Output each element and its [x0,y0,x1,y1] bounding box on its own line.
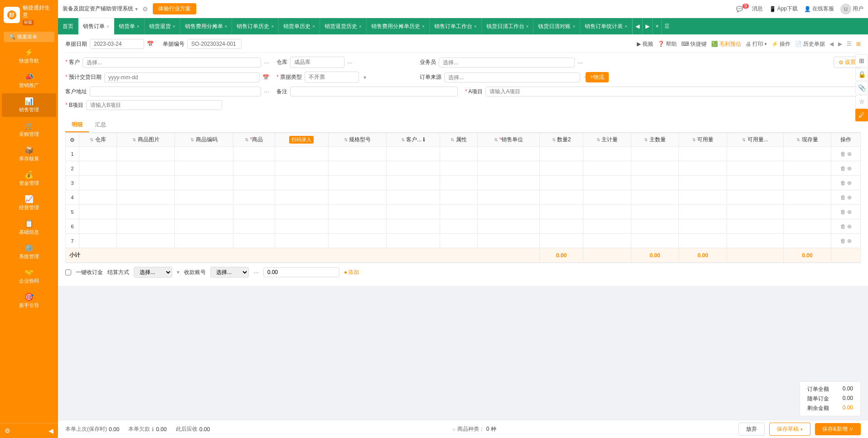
operate-btn[interactable]: ⚡ 操作 [771,40,790,48]
cell-avail-4[interactable] [679,190,727,205]
cell-attr-2[interactable] [440,161,477,176]
cell-stock-1[interactable] [783,147,831,161]
cell-cust-code-5[interactable] [387,205,440,219]
cell-avail2-1[interactable] [727,147,784,161]
tab-sales-fee-split[interactable]: 销售费用分摊单 × [180,18,233,34]
date-input[interactable]: 2023-03-24 [90,39,144,49]
tab-home[interactable]: 首页 [58,18,78,34]
industry-solution-button[interactable]: 体验行业方案 [153,3,196,14]
cell-avail-1[interactable] [679,147,727,161]
cell-product-3[interactable] [233,176,275,190]
cell-stock-5[interactable] [783,205,831,219]
cell-unit-1[interactable] [478,147,540,161]
sidebar-item-system[interactable]: ⚙️ 系统管理 [2,240,56,264]
tab-sales-order-history[interactable]: 销售订单历史 × [232,18,279,34]
staff-more-icon[interactable]: ··· [577,59,583,66]
cell-attr-3[interactable] [440,176,477,190]
invoice-dropdown-icon[interactable]: ▾ [364,74,366,81]
cell-spec-6[interactable] [328,219,386,234]
cell-warehouse-1[interactable] [79,147,117,161]
cell-avail-5[interactable] [679,205,727,219]
cell-qty2-3[interactable] [540,176,583,190]
preview-btn[interactable]: ▶ 视频 [637,40,653,48]
cell-attr-4[interactable] [440,190,477,205]
cell-unit-3[interactable] [478,176,540,190]
cell-product-4[interactable] [233,190,275,205]
cell-unit-5[interactable] [478,205,540,219]
col-settings[interactable]: ⚙ [66,133,79,147]
cell-attr-1[interactable] [440,147,477,161]
copy-icon-5[interactable]: ⊕ [847,209,852,215]
cell-unit-2[interactable] [478,161,540,176]
tab-sales-return-close[interactable]: × [173,24,175,29]
cell-spec-4[interactable] [328,190,386,205]
cell-warehouse-7[interactable] [79,234,117,248]
tab-sales-slip-close[interactable]: × [137,24,140,29]
cell-warehouse-4[interactable] [79,190,117,205]
tab-history-close[interactable]: × [271,24,274,29]
warehouse-more-icon[interactable]: ··· [347,59,353,66]
cell-product-7[interactable] [233,234,275,248]
cell-main-unit-7[interactable] [583,234,631,248]
cell-cust-code-2[interactable] [387,161,440,176]
order-source-input[interactable] [444,72,580,82]
cell-scan-5[interactable] [275,205,328,219]
cell-cust-code-1[interactable] [387,147,440,161]
cell-code-4[interactable] [175,190,233,205]
delete-icon-7[interactable]: 🗑 [840,238,846,244]
sidebar-item-marketing[interactable]: 📣 营销推广 [2,69,56,92]
cell-avail2-6[interactable] [727,219,784,234]
cell-scan-3[interactable] [275,176,328,190]
tab-sales-order[interactable]: 销售订单 × [78,18,114,34]
cell-stock-3[interactable] [783,176,831,190]
save-draft-button[interactable]: 保存草稿 ▾ [769,423,810,436]
cell-avail2-7[interactable] [727,234,784,248]
tab-slip-history-close[interactable]: × [312,24,315,29]
user-item[interactable]: U 用户 [840,4,863,14]
delete-icon-4[interactable]: 🗑 [840,194,846,201]
right-icon-4[interactable]: ☆ [855,95,868,108]
warehouse-input[interactable]: 成品库 [290,57,344,68]
delete-icon-2[interactable]: 🗑 [840,165,846,172]
right-icon-2[interactable]: 🔒 [855,68,868,81]
copy-icon-3[interactable]: ⊕ [847,180,852,186]
copy-icon-6[interactable]: ⊕ [847,223,852,230]
cell-code-3[interactable] [175,176,233,190]
cell-warehouse-2[interactable] [79,161,117,176]
delivery-calendar-icon[interactable]: 📅 [262,74,269,81]
tab-return-history-close[interactable]: × [359,24,362,29]
cell-scan-6[interactable] [275,219,328,234]
list-view-icon[interactable]: ☰ [847,41,852,47]
cell-unit-4[interactable] [478,190,540,205]
tab-sales-report[interactable]: 销售订单统计表 × [580,18,632,34]
customer-more-icon[interactable]: ··· [264,59,269,66]
copy-icon-7[interactable]: ⊕ [847,238,852,244]
cell-scan-4[interactable] [275,190,328,205]
cell-code-1[interactable] [175,147,233,161]
print-dropdown-icon[interactable]: ▾ [765,42,767,46]
delete-icon-3[interactable]: 🗑 [840,180,846,186]
cell-ops-2[interactable]: 🗑 ⊕ [831,161,861,176]
cell-cust-code-7[interactable] [387,234,440,248]
delivery-date-input[interactable] [104,72,260,82]
cell-code-6[interactable] [175,219,233,234]
profit-btn[interactable]: 💹 毛利预估 [711,40,741,48]
discard-button[interactable]: 放弃 [738,423,765,436]
cell-avail2-4[interactable] [727,190,784,205]
cell-main-unit-6[interactable] [583,219,631,234]
invoice-type-input[interactable]: 不开票 [305,72,359,83]
cell-product-5[interactable] [233,205,275,219]
sys-dropdown-icon[interactable]: ▾ [135,6,138,12]
cell-unit-7[interactable] [478,234,540,248]
cell-warehouse-5[interactable] [79,205,117,219]
shortcut-btn[interactable]: ⌨ 快捷键 [681,40,707,48]
cell-qty2-5[interactable] [540,205,583,219]
cell-main-unit-3[interactable] [583,176,631,190]
tab-order-workbench[interactable]: 销售订单工作台 × [430,18,482,34]
address-more-icon[interactable]: ··· [264,88,269,95]
staff-input[interactable] [439,58,575,67]
cell-main-unit-1[interactable] [583,147,631,161]
cell-attr-6[interactable] [440,219,477,234]
account-more-icon[interactable]: ··· [253,269,259,276]
right-icon-5[interactable]: 🖊 [855,109,868,121]
